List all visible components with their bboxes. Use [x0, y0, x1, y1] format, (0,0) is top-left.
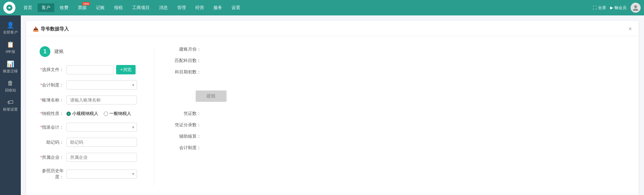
- modal-header: 📥 导爷数据导入 ×: [26, 21, 639, 36]
- memo-label: 助记码：: [40, 139, 64, 145]
- tag-settings-icon: 🏷: [7, 99, 13, 106]
- migration-icon: 📊: [7, 60, 14, 68]
- sidebar-item-zero-report[interactable]: 📋 0申报: [0, 38, 21, 57]
- new-badge: new: [82, 2, 90, 5]
- form-section: *选择文件： +浏览 *会计制度：: [40, 65, 137, 186]
- company-label: *所属企业：: [40, 154, 64, 160]
- nav-item-business[interactable]: 工商项目: [128, 3, 154, 12]
- history-select-wrapper: [66, 170, 137, 179]
- memo-row: 助记码：: [40, 138, 137, 147]
- info-period-row: 科目期初数：: [171, 69, 251, 75]
- file-label: *选择文件：: [40, 67, 64, 73]
- info-section: 建账月份： 匹配科目数： 科目期初数： 建账: [171, 46, 251, 186]
- section-divider: [154, 46, 154, 186]
- sidebar-item-all-clients[interactable]: 👤 全部客户: [0, 19, 21, 38]
- nav-item-bookkeeping[interactable]: 记账: [92, 3, 109, 12]
- recycle-icon: 🗑: [7, 80, 13, 87]
- nav-item-settings[interactable]: 设置: [228, 3, 244, 12]
- history-select[interactable]: [66, 170, 137, 179]
- modal-title: 📥 导爷数据导入: [33, 26, 69, 32]
- sidebar-item-recycle[interactable]: 🗑 回收站: [0, 77, 21, 95]
- nav-item-message[interactable]: 消息: [155, 3, 172, 12]
- file-row: *选择文件： +浏览: [40, 65, 137, 74]
- sidebar-item-tag-settings[interactable]: 🏷 标签设置: [0, 96, 21, 115]
- info-accounting-system-row: 会计制度：: [171, 145, 251, 151]
- accountant-select-wrapper: [66, 123, 137, 132]
- accountant-row: *指派会计：: [40, 123, 137, 132]
- modal-body: 1 建账 *选择文件： +浏览: [26, 36, 639, 195]
- nav-item-service[interactable]: 服务: [209, 3, 226, 12]
- accounting-row: *会计制度：: [40, 80, 137, 89]
- accountant-label: *指派会计：: [40, 124, 64, 130]
- nav-item-tax[interactable]: 报税: [110, 3, 127, 12]
- company-row: *所属企业：: [40, 153, 137, 162]
- history-label: 参照历史年度：: [40, 168, 64, 180]
- svg-point-1: [634, 5, 637, 8]
- nav-item-fee[interactable]: 收费: [56, 3, 72, 12]
- ledger-input[interactable]: [66, 95, 137, 105]
- browse-button[interactable]: +浏览: [116, 65, 136, 74]
- memo-input[interactable]: [66, 138, 137, 147]
- history-row: 参照历史年度：: [40, 168, 137, 180]
- ledger-label: *账簿名称：: [40, 97, 64, 103]
- modal-title-text: 导爷数据导入: [41, 26, 69, 32]
- top-nav: 首页 客户 收费 票据 new 记账 报税 工商项目 消息 管理 经营 服务 设…: [0, 0, 644, 15]
- ledger-row: *账簿名称：: [40, 95, 137, 105]
- info-voucher-row: 凭证数：: [171, 111, 251, 117]
- step-label: 建账: [54, 49, 64, 55]
- tax-option-general[interactable]: 一般纳税人: [104, 111, 131, 117]
- nav-item-operation[interactable]: 经营: [191, 3, 208, 12]
- tax-radio-group: 小规模纳税人 一般纳税人: [66, 111, 131, 117]
- accountant-select[interactable]: [66, 123, 137, 132]
- content: 📥 导爷数据导入 × 1 建账: [21, 15, 644, 195]
- all-clients-icon: 👤: [7, 21, 14, 29]
- nav-item-home[interactable]: 首页: [19, 3, 36, 12]
- accounting-select[interactable]: [66, 80, 137, 89]
- close-button[interactable]: ×: [628, 25, 632, 32]
- info-voucher-entries-label: 凭证分录数：: [171, 122, 201, 128]
- company-input[interactable]: [66, 153, 137, 162]
- info-accounting-system-label: 会计制度：: [171, 145, 201, 151]
- info-match-row: 匹配科目数：: [171, 58, 251, 64]
- avatar[interactable]: [631, 3, 641, 13]
- build-button[interactable]: 建账: [196, 90, 227, 102]
- vip-btn[interactable]: ▶ 畅会员: [610, 5, 627, 11]
- layout: 👤 全部客户 📋 0申报 📊 账套迁移 🗑 回收站 🏷 标签设置 📥 导: [0, 15, 644, 195]
- info-voucher-entries-row: 凭证分录数：: [171, 122, 251, 128]
- nav-item-invoice[interactable]: 票据 new: [74, 3, 91, 12]
- tax-row: *纳税性质： 小规模纳税人 一般纳税人: [40, 111, 137, 117]
- sidebar-item-migration[interactable]: 📊 账套迁移: [0, 58, 21, 76]
- modal-panel: 📥 导爷数据导入 × 1 建账: [26, 21, 639, 195]
- info-month-label: 建账月份：: [171, 46, 201, 52]
- tax-option-small[interactable]: 小规模纳税人: [66, 111, 98, 117]
- accounting-select-wrapper: [66, 80, 137, 89]
- modal-title-icon: 📥: [33, 26, 39, 32]
- fullscreen-icon: ⛶: [593, 5, 597, 10]
- info-month-row: 建账月份：: [171, 46, 251, 52]
- nav-item-client[interactable]: 客户: [38, 3, 54, 12]
- info-voucher-label: 凭证数：: [171, 111, 201, 117]
- nav-right: ⛶ 全屏 ▶ 畅会员: [593, 3, 641, 13]
- info-aux-label: 辅助核算：: [171, 133, 201, 139]
- nav-item-manage[interactable]: 管理: [173, 3, 190, 12]
- vip-icon: ▶: [610, 5, 613, 10]
- info-aux-row: 辅助核算：: [171, 133, 251, 139]
- zero-report-icon: 📋: [7, 41, 14, 48]
- fullscreen-btn[interactable]: ⛶ 全屏: [593, 5, 606, 11]
- step-circle: 1: [40, 46, 50, 57]
- step-header: 1 建账: [40, 46, 137, 57]
- accounting-label: *会计制度：: [40, 82, 64, 88]
- info-period-label: 科目期初数：: [171, 69, 201, 75]
- file-input[interactable]: [66, 65, 113, 74]
- info-match-label: 匹配科目数：: [171, 58, 201, 64]
- tax-label: *纳税性质：: [40, 111, 64, 117]
- sidebar: 👤 全部客户 📋 0申报 📊 账套迁移 🗑 回收站 🏷 标签设置: [0, 15, 21, 195]
- logo[interactable]: [3, 2, 15, 14]
